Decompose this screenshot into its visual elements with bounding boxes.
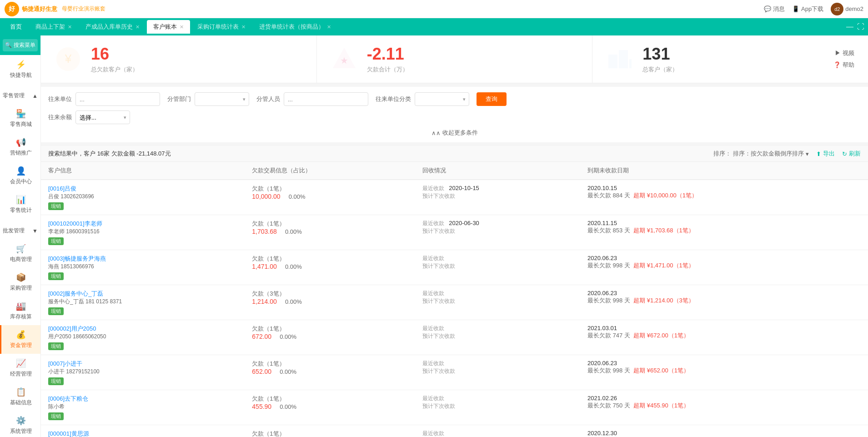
tab-production-close[interactable]: ✕ xyxy=(135,24,140,30)
filter-balance-select[interactable]: 选择... xyxy=(75,111,130,124)
sidebar-item-ecommerce[interactable]: 🛒 电商管理 xyxy=(0,239,40,268)
sidebar-item-operations[interactable]: 📈 经营管理 xyxy=(0,354,40,382)
customer-name-3[interactable]: [0002]服务中心_丁磊 xyxy=(48,290,103,297)
filter-more-btn[interactable]: ∧∧ 收起更多条件 xyxy=(431,129,478,137)
customer-name-0[interactable]: [0016]吕俊 xyxy=(48,185,76,192)
cell-debt-1: 欠款（1笔） 1,703.68 0.00% xyxy=(245,215,415,250)
overdue-amount-4[interactable]: 超期 ¥672.00（1笔） xyxy=(633,332,689,339)
filter-dept-select[interactable] xyxy=(195,92,249,106)
customer-name-2[interactable]: [0003]畅捷服务尹海燕 xyxy=(48,255,106,262)
overdue-amount-0[interactable]: 超期 ¥10,000.00（1笔） xyxy=(633,192,697,199)
tab-purchase-stat[interactable]: 进货单统计表（按商品） ✕ xyxy=(253,20,337,34)
tab-production-label: 产成品入库单历史 xyxy=(85,23,133,31)
filter-person-input[interactable] xyxy=(284,92,368,106)
sidebar-item-batch-mgmt-label: 批发管理 xyxy=(3,227,25,235)
debt-percent-2: 0.00% xyxy=(285,263,302,270)
debt-percent-6: 0.00% xyxy=(280,403,296,410)
sidebar-item-purchase[interactable]: 📦 采购管理 xyxy=(0,268,40,296)
overdue-amount-2[interactable]: 超期 ¥1,471.00（1笔） xyxy=(633,262,694,269)
table-row: [0006]去下粮仓 陈小希 现销 欠款（1笔） 455.90 0.00% 最近… xyxy=(41,390,868,425)
overdue-amount-6[interactable]: 超期 ¥455.90（1笔） xyxy=(633,402,689,409)
debt-percent-5: 0.00% xyxy=(280,368,296,375)
overdue-days-4: 最长欠款 747 天 xyxy=(587,332,632,339)
collection-label-4: 最近收款 xyxy=(422,325,444,332)
sidebar-item-marketing[interactable]: 📢 营销推广 xyxy=(0,133,40,161)
export-btn[interactable]: ⬆ 导出 xyxy=(816,150,835,158)
message-btn[interactable]: 💬 消息 xyxy=(764,5,785,13)
customer-name-5[interactable]: [0007]小进干 xyxy=(48,360,82,367)
tab-customer-account[interactable]: 客户账本 ✕ xyxy=(147,20,190,34)
sidebar-member-label: 会员中心 xyxy=(10,178,32,186)
sidebar-ecommerce-label: 电商管理 xyxy=(10,256,32,263)
sidebar-item-retail-mall[interactable]: 🏪 零售商城 xyxy=(0,104,40,133)
overdue-amount-5[interactable]: 超期 ¥652.00（1笔） xyxy=(633,367,689,374)
stat-card-total-debt: ★ -2.11 欠款合计（万） xyxy=(317,35,593,83)
cell-debt-3: 欠款（3笔） 1,214.00 0.00% xyxy=(245,285,415,320)
query-button[interactable]: 查询 xyxy=(477,92,507,106)
sidebar-item-retail-stat[interactable]: 📊 零售统计 xyxy=(0,190,40,219)
tab-production[interactable]: 产成品入库单历史 ✕ xyxy=(79,20,146,34)
sidebar-item-retail-mgmt[interactable]: 零售管理 ▲ xyxy=(0,87,40,104)
debt-count-5: 欠款（1笔） xyxy=(252,360,407,368)
sidebar-item-batch-mgmt[interactable]: 批发管理 ▼ xyxy=(0,222,40,239)
customer-tag-5: 现销 xyxy=(48,377,64,385)
cell-customer-3: [0002]服务中心_丁磊 服务中心_丁磊 181 0125 8371 现销 xyxy=(41,285,245,320)
nav-maximize-btn[interactable]: ⛶ xyxy=(857,23,864,31)
filter-supplier-input[interactable] xyxy=(75,92,160,106)
cell-customer-6: [0006]去下粮仓 陈小希 现销 xyxy=(41,390,245,425)
overdue-date-4: 2021.03.01 xyxy=(587,325,861,332)
nav-minimize-btn[interactable]: — xyxy=(846,23,853,31)
content-area: ¥ 16 总欠款客户（家） ★ -2.11 欠款合计 xyxy=(41,35,868,437)
tab-purchase-order[interactable]: 采购订单统计表 ✕ xyxy=(191,20,252,34)
finance-icon: 💰 xyxy=(16,330,26,340)
sidebar-item-finance[interactable]: 💰 资金管理 xyxy=(0,325,40,354)
filter-more-label: 收起更多条件 xyxy=(442,129,478,137)
tab-products-close[interactable]: ✕ xyxy=(68,24,72,30)
search-menu-btn[interactable]: 🔍 搜索菜单 xyxy=(3,39,38,51)
tab-products-label: 商品上下架 xyxy=(35,23,65,31)
result-separator: 欠款金额 xyxy=(111,150,135,157)
sidebar-item-member[interactable]: 👤 会员中心 xyxy=(0,161,40,190)
customer-name-4[interactable]: [000002]用户2050 xyxy=(48,325,96,332)
chevron-up-icon: ∧∧ xyxy=(431,130,441,136)
overdue-date-2: 2020.06.23 xyxy=(587,255,861,261)
customer-name-1[interactable]: [0001020001]李老师 xyxy=(48,220,102,227)
nav-right: — ⛶ xyxy=(846,23,864,31)
app-download-btn[interactable]: 📱 App下载 xyxy=(792,5,823,13)
tab-customer-account-close[interactable]: ✕ xyxy=(180,24,184,30)
overdue-amount-1[interactable]: 超期 ¥1,703.68（1笔） xyxy=(633,227,694,234)
tab-home[interactable]: 首页 xyxy=(4,23,28,31)
customer-name-6[interactable]: [0006]去下粮仓 xyxy=(48,395,88,402)
sidebar-item-inventory[interactable]: 🏭 库存核算 xyxy=(0,296,40,325)
sort-select[interactable]: 排序： 排序：按欠款金额倒序排序 ▾ xyxy=(713,150,809,158)
logo-icon: 好 xyxy=(5,2,19,16)
demo-badge: 母婴行业演示账套 xyxy=(62,5,105,13)
tab-purchase-stat-label: 进货单统计表（按商品） xyxy=(259,23,324,31)
tab-purchase-order-close[interactable]: ✕ xyxy=(241,24,246,30)
cell-debt-0: 欠款（1笔） 10,000.00 0.00% xyxy=(245,180,415,215)
cell-overdue-1: 2020.11.15 最长欠款 853 天 超期 ¥1,703.68（1笔） xyxy=(580,215,868,250)
customer-tag-2: 现销 xyxy=(48,272,64,280)
collection-label-1: 最近收款 xyxy=(422,220,444,226)
overdue-days-3: 最长欠款 998 天 xyxy=(587,297,632,304)
filter-person: 分管人员 xyxy=(256,92,368,106)
sidebar-item-basic[interactable]: 📋 基础信息 xyxy=(0,382,40,411)
collection-date-1: 2020-06-30 xyxy=(449,220,479,226)
cell-overdue-0: 2020.10.15 最长欠款 884 天 超期 ¥10,000.00（1笔） xyxy=(580,180,868,215)
filter-category-select[interactable] xyxy=(415,92,469,106)
overdue-amount-3[interactable]: 超期 ¥1,214.00（3笔） xyxy=(633,297,694,304)
sidebar-item-system[interactable]: ⚙️ 系统管理 xyxy=(0,411,40,437)
refresh-btn[interactable]: ↻ 刷新 xyxy=(842,150,861,158)
next-collection-label-6: 预计下次收款 xyxy=(422,403,455,409)
video-btn[interactable]: ▶ 视频 xyxy=(835,49,854,57)
sort-chevron-icon: ▾ xyxy=(806,151,809,157)
customer-name-7[interactable]: [000001]黄思源 xyxy=(48,430,89,437)
cell-customer-4: [000002]用户2050 用户2050 18665062050 现销 xyxy=(41,320,245,355)
sidebar-item-quick-nav[interactable]: ⚡ 快捷导航 xyxy=(0,55,40,84)
tab-products[interactable]: 商品上下架 ✕ xyxy=(29,20,78,34)
tab-purchase-stat-close[interactable]: ✕ xyxy=(327,24,331,30)
user-menu-btn[interactable]: d2 demo2 xyxy=(831,3,863,15)
stat-card-actions: ▶ 视频 ❓ 帮助 xyxy=(833,49,854,69)
operations-icon: 📈 xyxy=(16,358,26,368)
help-btn[interactable]: ❓ 帮助 xyxy=(833,61,854,69)
